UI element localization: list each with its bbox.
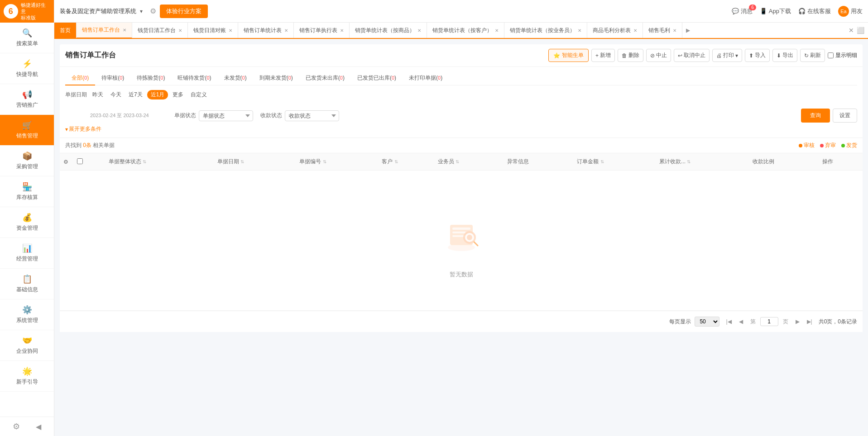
sidebar-item-guide[interactable]: 🌟新手引导: [0, 361, 54, 392]
set-button[interactable]: 设置: [833, 109, 857, 123]
add-button[interactable]: + 新增: [591, 49, 615, 62]
date-yesterday[interactable]: 昨天: [90, 90, 106, 100]
sidebar-item-marketing[interactable]: 📢营销推广: [0, 84, 54, 115]
filter-tab-7[interactable]: 已发货已出库(0): [351, 71, 403, 85]
sidebar-item-quick-nav[interactable]: ⚡快捷导航: [0, 53, 54, 84]
app-download-item[interactable]: 📱 App下载: [760, 7, 791, 15]
tab-margin-analysis[interactable]: 商品毛利分析表✕: [587, 23, 643, 38]
sidebar-item-inventory[interactable]: 🏪库存核算: [0, 176, 54, 207]
tab-close-sales-order[interactable]: ✕: [123, 28, 126, 33]
print-button[interactable]: 🖨 打印 ▾: [712, 49, 742, 62]
tab-restore[interactable]: ⬜: [857, 27, 864, 34]
tab-sales-exec[interactable]: 销售订单执行表✕: [294, 23, 350, 38]
page-first[interactable]: |◀: [723, 318, 734, 326]
filter-tab-5[interactable]: 到期未发货(0): [253, 71, 299, 85]
tab-label-home: 首页: [60, 27, 71, 34]
filter-tab-1[interactable]: 待审核(0): [95, 71, 130, 85]
tab-close-sales-exec[interactable]: ✕: [340, 28, 344, 33]
topbar-gear-icon[interactable]: ⚙: [150, 7, 156, 15]
query-button[interactable]: 查询: [801, 109, 830, 123]
sidebar-item-system[interactable]: ⚙️系统管理: [0, 299, 54, 330]
svg-rect-2: [452, 227, 470, 230]
show-detail-checkbox[interactable]: [828, 52, 834, 58]
filter-tab-0[interactable]: 全部(0): [65, 71, 95, 85]
tab-sales-order[interactable]: 销售订单工作台✕: [77, 23, 132, 38]
per-page-select[interactable]: 50 100 200: [695, 317, 719, 327]
page-prev[interactable]: ◀: [736, 318, 746, 326]
tab-close-cash-reconcile[interactable]: ✕: [229, 28, 232, 33]
sidebar-item-search[interactable]: 🔍搜索菜单: [0, 23, 54, 53]
sidebar-label-sales: 销售管理: [16, 132, 38, 140]
payment-select[interactable]: 收款状态: [285, 110, 339, 121]
refresh-button[interactable]: ↻ 刷新: [800, 49, 825, 62]
filter-tab-3[interactable]: 旺铺待发货(0): [171, 71, 217, 85]
tab-close-sales-product[interactable]: ✕: [417, 28, 421, 33]
sidebar-item-enterprise[interactable]: 🤝企业协同: [0, 330, 54, 361]
tab-close-cash-daily[interactable]: ✕: [178, 28, 182, 33]
page-title: 销售订单工作台: [65, 51, 116, 60]
tab-cash-daily[interactable]: 钱货日清工作台✕: [132, 23, 188, 38]
tab-sales-profit[interactable]: 销售毛利✕: [643, 23, 682, 38]
date-7days[interactable]: 近7天: [126, 90, 145, 100]
th-collected: 累计收款... ⇅: [656, 153, 749, 171]
import-button[interactable]: ⬆ 导入: [745, 49, 770, 62]
export-button[interactable]: ⬇ 导出: [772, 49, 797, 62]
settings-icon[interactable]: ⚙: [13, 422, 20, 431]
status-select[interactable]: 单据状态: [199, 110, 253, 121]
tab-close-margin-analysis[interactable]: ✕: [633, 28, 637, 33]
filter-tab-6[interactable]: 已发货未出库(0): [299, 71, 351, 85]
show-detail-label[interactable]: 显示明细: [828, 52, 857, 59]
filter-tab-8[interactable]: 未打印单据(0): [403, 71, 449, 85]
filter-tab-4[interactable]: 未发货(0): [218, 71, 253, 85]
select-all-checkbox[interactable]: [77, 158, 83, 164]
sidebar-item-operations[interactable]: 📊经营管理: [0, 238, 54, 269]
tab-sales-product[interactable]: 销货单统计表（按商品）✕: [350, 23, 427, 38]
sidebar-item-sales[interactable]: 🛒销售管理: [0, 115, 54, 146]
tab-close-sales-profit[interactable]: ✕: [673, 28, 676, 33]
collapse-icon[interactable]: ◀: [36, 422, 41, 431]
th-checkbox[interactable]: [73, 153, 105, 171]
tab-close-sales-customer[interactable]: ✕: [495, 28, 499, 33]
date-1month[interactable]: 近1月: [147, 90, 168, 100]
filter-tab-2[interactable]: 待拣验货(0): [130, 71, 171, 85]
date-custom[interactable]: 自定义: [188, 90, 210, 100]
th-action: 操作: [819, 153, 863, 171]
online-service-item[interactable]: 🎧 在线客服: [798, 7, 831, 15]
sidebar-item-finance[interactable]: 💰资金管理: [0, 207, 54, 238]
stop-button[interactable]: ⊘ 中止: [646, 49, 671, 62]
delete-button[interactable]: 🗑 删除: [618, 49, 643, 62]
tab-sales-staff[interactable]: 销货单统计表（按业务员）✕: [504, 23, 587, 38]
page-last[interactable]: ▶|: [804, 318, 815, 326]
table-scroll[interactable]: ⚙ 单据整体状态 ⇅ 单据日期 ⇅ 单据编号 ⇅ 客户 ⇅ 业务员 ⇅ 异常信息…: [60, 153, 863, 311]
tab-sales-stat[interactable]: 销售订单统计表✕: [238, 23, 294, 38]
page-input[interactable]: [760, 317, 778, 326]
tab-sales-customer[interactable]: 销货单统计表（按客户）✕: [427, 23, 504, 38]
sidebar-item-purchase[interactable]: 📦采购管理: [0, 146, 54, 176]
tab-home[interactable]: 首页: [54, 23, 77, 38]
message-item[interactable]: 💬 消息 6: [732, 7, 753, 15]
tab-close-sales-stat[interactable]: ✕: [284, 28, 288, 33]
sidebar-label-marketing: 营销推广: [16, 101, 38, 109]
page-next[interactable]: ▶: [793, 318, 802, 326]
smart-button[interactable]: ⭐ 智能生单: [548, 49, 589, 62]
user-item[interactable]: Ea 用友: [838, 6, 863, 17]
tab-scroll-arrow[interactable]: ▶: [682, 27, 694, 33]
tab-label-sales-product: 销货单统计表（按商品）: [355, 27, 415, 34]
date-today[interactable]: 今天: [108, 90, 124, 100]
system-dropdown[interactable]: ▾: [140, 8, 143, 14]
ship-action[interactable]: 发货: [841, 142, 857, 149]
expand-button[interactable]: ▾ 展开更多条件: [65, 125, 857, 133]
tab-label-sales-exec: 销售订单执行表: [299, 27, 337, 34]
tab-close-all[interactable]: ✕: [849, 27, 854, 34]
audit-action[interactable]: 审核: [799, 142, 815, 149]
page-label: 第: [748, 317, 758, 327]
date-more[interactable]: 更多: [170, 90, 186, 100]
tab-cash-reconcile[interactable]: 钱货日清对账✕: [188, 23, 238, 38]
cancel-audit-action[interactable]: 弃审: [820, 142, 836, 149]
sidebar-item-base-info[interactable]: 📋基础信息: [0, 269, 54, 299]
toolbar: ⭐ 智能生单 + 新增 🗑 删除 ⊘ 中止 ↩ 取消中止: [548, 49, 857, 62]
solution-button[interactable]: 体验行业方案: [160, 5, 208, 18]
cancel-stop-button[interactable]: ↩ 取消中止: [674, 49, 710, 62]
main-content: 装备及固定资产辅助管理系统 ▾ ⚙ 体验行业方案 💬 消息 6 📱 App下载 …: [54, 0, 868, 436]
tab-close-sales-staff[interactable]: ✕: [578, 28, 581, 33]
